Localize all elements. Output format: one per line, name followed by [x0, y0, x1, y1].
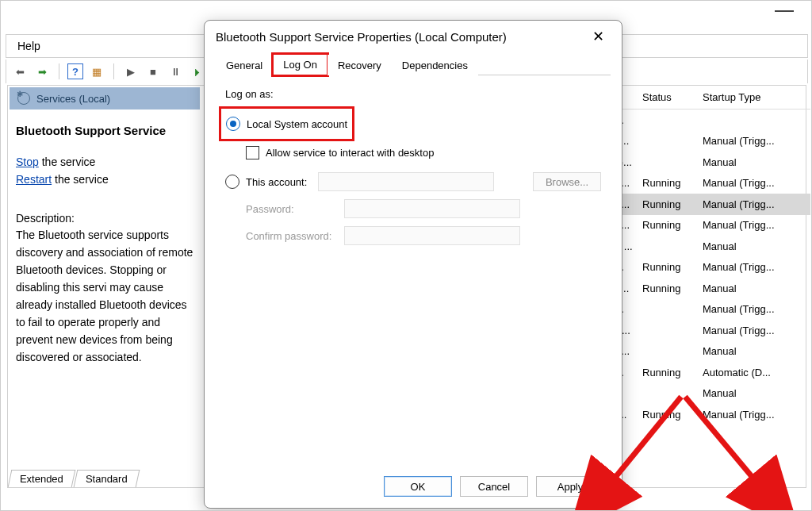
- table-row[interactable]: r ...Manual (Trigg...: [615, 320, 810, 341]
- allow-interact-label: Allow service to interact with desktop: [266, 147, 434, 159]
- properties-icon[interactable]: ▦: [88, 63, 105, 80]
- restart-suffix: the service: [52, 173, 109, 186]
- table-row[interactable]: o...RunningManual (Trigg...: [615, 215, 810, 236]
- col-status[interactable]: Status: [639, 91, 699, 103]
- tab-dependencies[interactable]: Dependencies: [392, 55, 478, 75]
- password-label: Password:: [246, 203, 333, 215]
- apply-button[interactable]: Apply: [536, 476, 604, 497]
- description-label: Description:: [16, 212, 193, 225]
- close-icon[interactable]: ✕: [586, 25, 611, 48]
- start-icon[interactable]: ▶: [122, 63, 140, 80]
- stop-icon[interactable]: ■: [144, 63, 162, 80]
- logon-as-label: Log on as:: [225, 88, 601, 100]
- table-row[interactable]: fr...Manual: [615, 341, 810, 363]
- window-minimize-icon[interactable]: [775, 10, 794, 12]
- forward-icon[interactable]: ➡: [33, 63, 51, 80]
- table-row[interactable]: ...RunningManual (Trigg...: [615, 257, 810, 279]
- table-row[interactable]: ...RunningAutomatic (D...: [615, 362, 810, 383]
- table-row[interactable]: s...Manual (Trigg...: [615, 131, 810, 152]
- table-row[interactable]: Manual: [615, 383, 810, 405]
- tab-general[interactable]: General: [216, 55, 273, 75]
- tab-log-on[interactable]: Log On: [273, 54, 327, 75]
- col-startup[interactable]: Startup Type: [699, 91, 806, 103]
- list-header: n Status Startup Type: [615, 85, 810, 110]
- radio-this-account[interactable]: [225, 175, 239, 189]
- tab-recovery[interactable]: Recovery: [327, 55, 392, 75]
- confirm-label: Confirm password:: [246, 230, 333, 242]
- menu-help[interactable]: Help: [17, 40, 40, 52]
- this-account-label: This account:: [246, 176, 307, 188]
- table-row[interactable]: G...Manual: [615, 152, 810, 173]
- account-input[interactable]: [318, 172, 494, 191]
- tab-standard[interactable]: Standard: [74, 470, 140, 487]
- confirm-input: [344, 226, 520, 245]
- cancel-button[interactable]: Cancel: [460, 476, 528, 497]
- help-icon[interactable]: ?: [67, 63, 83, 79]
- bottom-tabs: Extended Standard: [10, 467, 184, 487]
- services-list: n Status Startup Type ...s...Manual (Tri…: [615, 85, 810, 488]
- tab-extended[interactable]: Extended: [8, 470, 76, 487]
- description-text: The Bluetooth service supports discovery…: [16, 226, 193, 366]
- restart-link[interactable]: Restart: [16, 173, 52, 186]
- details-pane: Bluetooth Support Service Stop the servi…: [10, 113, 200, 462]
- table-row[interactable]: p...RunningManual (Trigg...: [615, 173, 810, 194]
- table-row[interactable]: t...RunningManual (Trigg...: [615, 404, 810, 425]
- pause-icon[interactable]: ⏸: [167, 63, 184, 80]
- section-header: Services (Local): [10, 87, 200, 110]
- checkbox-allow-interact[interactable]: [246, 146, 259, 159]
- service-name: Bluetooth Support Service: [16, 124, 193, 137]
- table-row[interactable]: e ...Manual: [615, 236, 810, 257]
- back-icon[interactable]: ⬅: [11, 63, 29, 80]
- dialog-title: Bluetooth Support Service Properties (Lo…: [216, 30, 507, 44]
- password-input: [344, 199, 520, 218]
- ok-button[interactable]: OK: [384, 476, 452, 497]
- section-title: Services (Local): [36, 93, 110, 105]
- properties-dialog: Bluetooth Support Service Properties (Lo…: [204, 20, 622, 509]
- browse-button[interactable]: Browse...: [533, 172, 601, 191]
- stop-link[interactable]: Stop: [16, 156, 39, 168]
- radio-local-system[interactable]: [226, 117, 240, 131]
- local-system-label: Local System account: [247, 118, 347, 130]
- table-row[interactable]: ...: [615, 110, 810, 131]
- table-row[interactable]: ...Manual (Trigg...: [615, 299, 810, 321]
- stop-suffix: the service: [39, 156, 96, 168]
- services-icon: [17, 92, 30, 105]
- table-row[interactable]: ti...RunningManual: [615, 278, 810, 299]
- table-row[interactable]: o...RunningManual (Trigg...: [615, 194, 810, 215]
